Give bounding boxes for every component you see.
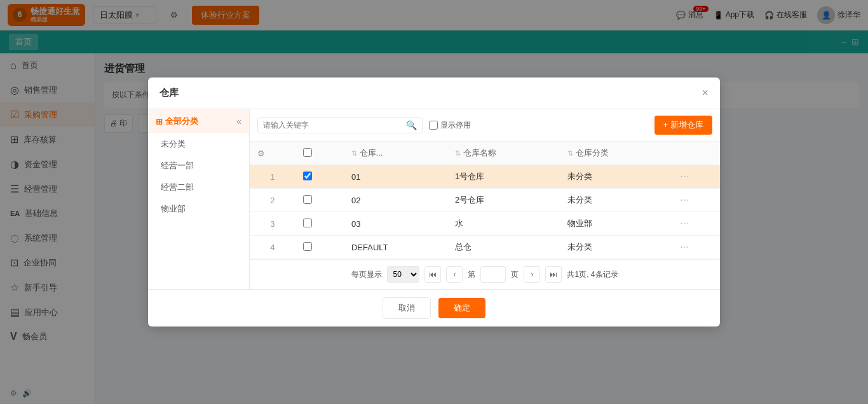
- col-action-header: [672, 142, 720, 165]
- next-page-btn[interactable]: ›: [524, 266, 540, 283]
- warehouse-table: ⚙ ⇅ 仓库... ⇅ 仓库名称: [250, 142, 720, 259]
- close-icon[interactable]: ×: [702, 86, 709, 100]
- row-category: 物业部: [560, 212, 672, 236]
- modal-pagination: 每页显示 50 20 100 ⏮ ‹ 第 1 页 › ⏭ 共1页, 4条记录: [250, 259, 720, 289]
- first-page-btn[interactable]: ⏮: [424, 266, 441, 283]
- row-more[interactable]: ···: [672, 165, 720, 189]
- page-unit: 页: [511, 269, 519, 280]
- more-icon[interactable]: ···: [680, 241, 688, 252]
- show-disabled-toggle[interactable]: 显示停用: [429, 120, 471, 131]
- col-category-header[interactable]: ⇅ 仓库分类: [560, 142, 672, 165]
- sort-icon: ⇅: [351, 149, 357, 157]
- cat-item-unclassified[interactable]: 未分类: [148, 133, 249, 155]
- row-select-checkbox[interactable]: [303, 219, 312, 227]
- page-label: 第: [468, 269, 475, 280]
- search-wrapper: 🔍: [257, 117, 423, 133]
- table-row[interactable]: 1 01 1号仓库 未分类 ···: [250, 165, 720, 189]
- row-checkbox[interactable]: [295, 165, 344, 189]
- row-more[interactable]: ···: [672, 236, 720, 259]
- confirm-button[interactable]: 确定: [438, 298, 485, 318]
- col-name-header[interactable]: ⇅ 仓库名称: [447, 142, 560, 165]
- select-all-checkbox[interactable]: [303, 148, 312, 157]
- col-code-header[interactable]: ⇅ 仓库...: [344, 142, 447, 165]
- row-name: 水: [447, 212, 560, 236]
- row-checkbox[interactable]: [295, 212, 344, 236]
- col-checkbox-header[interactable]: [295, 142, 344, 165]
- row-num: 1: [250, 165, 295, 189]
- per-page-label: 每页显示: [351, 269, 382, 280]
- modal-category-sidebar: ⊞ 全部分类 « 未分类 经营一部 经营二部 物业部: [148, 109, 250, 289]
- cancel-button[interactable]: 取消: [383, 297, 431, 319]
- row-code: 01: [344, 165, 447, 189]
- total-label: 共1页, 4条记录: [567, 269, 618, 280]
- row-code: 02: [344, 189, 447, 212]
- modal-overlay: 仓库 × ⊞ 全部分类 « 未分类 经营一部: [0, 0, 868, 404]
- warehouse-modal: 仓库 × ⊞ 全部分类 « 未分类 经营一部: [148, 77, 720, 327]
- row-num: 4: [250, 236, 295, 259]
- cat-item-dept2[interactable]: 经营二部: [148, 177, 249, 198]
- row-category: 未分类: [560, 236, 672, 259]
- all-categories-label: ⊞ 全部分类: [156, 116, 198, 127]
- grid-icon: ⊞: [156, 117, 163, 126]
- show-disabled-checkbox[interactable]: [429, 121, 438, 130]
- row-more[interactable]: ···: [672, 189, 720, 212]
- more-icon[interactable]: ···: [680, 194, 688, 205]
- row-more[interactable]: ···: [672, 212, 720, 236]
- page-input[interactable]: 1: [480, 266, 506, 283]
- row-select-checkbox[interactable]: [303, 172, 312, 180]
- row-code: DEFAULT: [344, 236, 447, 259]
- row-name: 2号仓库: [447, 189, 560, 212]
- modal-table-area: 🔍 显示停用 + 新增仓库 ⚙: [250, 109, 720, 289]
- sort-icon-name: ⇅: [455, 149, 461, 157]
- sort-icon-cat: ⇅: [567, 149, 573, 157]
- modal-body: ⊞ 全部分类 « 未分类 经营一部 经营二部 物业部: [148, 109, 720, 289]
- more-icon[interactable]: ···: [680, 218, 688, 229]
- modal-title: 仓库: [159, 87, 179, 99]
- table-row[interactable]: 2 02 2号仓库 未分类 ···: [250, 189, 720, 212]
- row-select-checkbox[interactable]: [303, 195, 312, 204]
- row-code: 03: [344, 212, 447, 236]
- search-icon: 🔍: [406, 120, 417, 130]
- per-page-select[interactable]: 50 20 100: [387, 266, 419, 283]
- search-input[interactable]: [263, 121, 402, 130]
- table-row[interactable]: 4 DEFAULT 总仓 未分类 ···: [250, 236, 720, 259]
- table-header-row: ⚙ ⇅ 仓库... ⇅ 仓库名称: [250, 142, 720, 165]
- more-icon[interactable]: ···: [680, 171, 688, 182]
- modal-toolbar: 🔍 显示停用 + 新增仓库: [250, 109, 720, 142]
- row-category: 未分类: [560, 165, 672, 189]
- cat-item-property[interactable]: 物业部: [148, 198, 249, 220]
- row-category: 未分类: [560, 189, 672, 212]
- col-settings-header[interactable]: ⚙: [250, 142, 295, 165]
- row-num: 2: [250, 189, 295, 212]
- collapse-icon[interactable]: «: [236, 116, 241, 126]
- row-name: 1号仓库: [447, 165, 560, 189]
- table-row[interactable]: 3 03 水 物业部 ···: [250, 212, 720, 236]
- warehouse-table-wrapper: ⚙ ⇅ 仓库... ⇅ 仓库名称: [250, 142, 720, 259]
- row-checkbox[interactable]: [295, 189, 344, 212]
- modal-header: 仓库 ×: [148, 77, 720, 109]
- modal-footer: 取消 确定: [148, 289, 720, 327]
- row-name: 总仓: [447, 236, 560, 259]
- cat-item-dept1[interactable]: 经营一部: [148, 155, 249, 177]
- prev-page-btn[interactable]: ‹: [446, 266, 463, 283]
- row-checkbox[interactable]: [295, 236, 344, 259]
- add-warehouse-button[interactable]: + 新增仓库: [654, 116, 712, 135]
- row-num: 3: [250, 212, 295, 236]
- last-page-btn[interactable]: ⏭: [545, 266, 562, 283]
- row-select-checkbox[interactable]: [303, 242, 312, 251]
- modal-all-categories[interactable]: ⊞ 全部分类 «: [148, 109, 249, 133]
